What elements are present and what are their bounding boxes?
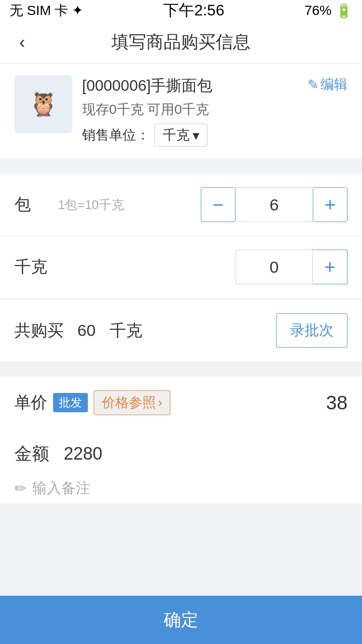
product-thumbnail: 🦉 [14, 75, 72, 133]
edit-icon: ✎ [307, 77, 319, 93]
product-unit-row: 销售单位： 千克 ▾ [82, 124, 298, 147]
amount-value: 2280 [64, 444, 102, 463]
edit-label: 编辑 [320, 75, 348, 94]
quantity-section: 包 1包=10千克 − + 千克 + [0, 174, 362, 298]
battery-status: 76% [305, 3, 332, 18]
price-ref-button[interactable]: 价格参照 › [94, 390, 170, 415]
unit-select[interactable]: 千克 ▾ [154, 124, 208, 147]
product-info: [0000006]手撕面包 现存0千克 可用0千克 销售单位： 千克 ▾ [82, 75, 298, 147]
status-right: 76% 🔋 [305, 3, 352, 19]
status-bar: 无 SIM 卡 ✦ 下午2:56 76% 🔋 [0, 0, 362, 21]
time-display: 下午2:56 [163, 0, 224, 21]
kg-plus-button[interactable]: + [313, 250, 348, 284]
batch-button[interactable]: 录批次 [276, 313, 348, 348]
total-unit: 千克 [110, 321, 142, 339]
pencil-icon: ✏ [14, 480, 27, 497]
kg-quantity-input[interactable] [236, 250, 313, 284]
pack-quantity-control: − + [201, 187, 348, 222]
separator-3 [0, 369, 362, 377]
pack-quantity-input[interactable] [236, 187, 313, 222]
price-ref-label: 价格参照 [102, 393, 156, 412]
page-title: 填写商品购买信息 [111, 30, 251, 54]
product-section: 🦉 [0000006]手撕面包 现存0千克 可用0千克 销售单位： 千克 ▾ ✎… [0, 64, 362, 158]
price-value: 38 [326, 392, 348, 414]
pack-hint: 1包=10千克 [53, 196, 201, 213]
amount-section: 金额 2280 ✏ 输入备注 [0, 429, 362, 503]
pack-plus-button[interactable]: + [313, 187, 348, 222]
status-left: 无 SIM 卡 ✦ [10, 1, 83, 20]
sim-status: 无 SIM 卡 ✦ [10, 1, 83, 20]
price-type-tag: 批发 [53, 393, 88, 412]
total-section: 共购买 60 千克 录批次 [0, 300, 362, 361]
price-section: 单价 批发 价格参照 › 38 [0, 377, 362, 429]
nav-bar: ‹ 填写商品购买信息 [0, 21, 362, 64]
unit-value: 千克 [163, 126, 190, 144]
chevron-down-icon: ▾ [193, 127, 199, 143]
remark-placeholder: 输入备注 [32, 478, 90, 498]
product-stock: 现存0千克 可用0千克 [82, 100, 298, 119]
total-text: 共购买 60 千克 [14, 320, 142, 342]
unit-label: 销售单位： [82, 126, 150, 144]
total-label: 共购买 [14, 321, 64, 339]
amount-label: 金额 [14, 444, 49, 463]
product-name: [0000006]手撕面包 [82, 75, 298, 97]
price-label: 单价 [14, 392, 47, 414]
remark-row[interactable]: ✏ 输入备注 [14, 474, 348, 503]
battery-icon: 🔋 [335, 3, 352, 19]
pack-minus-button[interactable]: − [201, 187, 236, 222]
chevron-right-icon: › [158, 395, 162, 410]
confirm-button[interactable]: 确定 [0, 596, 362, 644]
separator-1 [0, 166, 362, 174]
pack-quantity-row: 包 1包=10千克 − + [0, 174, 362, 236]
edit-button[interactable]: ✎ 编辑 [307, 75, 348, 94]
pack-label: 包 [14, 194, 53, 216]
kg-label: 千克 [14, 256, 53, 278]
amount-text: 金额 2280 [14, 442, 348, 466]
total-amount: 60 [77, 321, 96, 339]
kg-quantity-row: 千克 + [0, 236, 362, 298]
back-button[interactable]: ‹ [14, 28, 30, 57]
product-icon: 🦉 [29, 91, 58, 118]
